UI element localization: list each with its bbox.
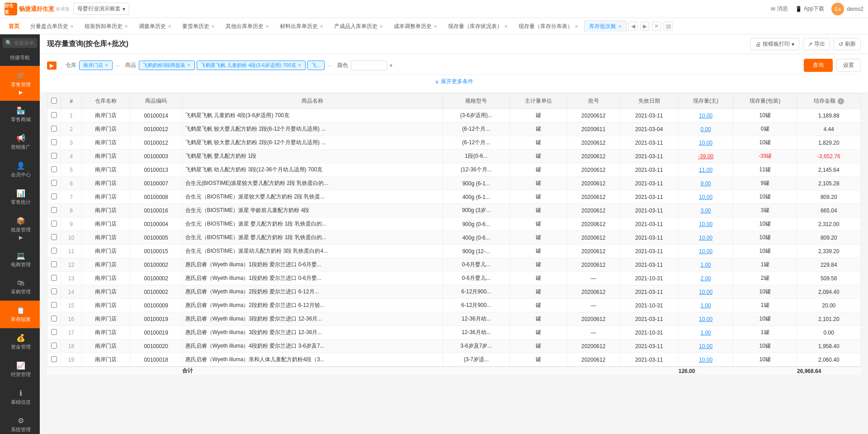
row-checkbox[interactable] — [51, 180, 57, 186]
row-qty[interactable]: 9.00 — [679, 177, 733, 190]
warehouse-more[interactable]: ··· — [115, 62, 120, 69]
row-checkbox-cell[interactable] — [47, 123, 61, 136]
sidebar-item-retail-mall[interactable]: 🏪 零售商城 — [0, 101, 40, 128]
row-qty[interactable]: 10.00 — [679, 109, 733, 123]
export-btn[interactable]: ↗ 导出 — [803, 38, 830, 50]
tab-diaobodanji[interactable]: 调拨单历史 ✕ — [134, 20, 176, 32]
search-wrap[interactable]: 🔍 — [3, 38, 37, 48]
row-qty[interactable]: 10.00 — [679, 353, 733, 367]
close-icon[interactable]: ✕ — [618, 24, 622, 29]
row-checkbox[interactable] — [51, 288, 57, 294]
tab-zuzhangchaijian[interactable]: 组装拆卸单历史 ✕ — [80, 20, 133, 32]
row-checkbox[interactable] — [51, 329, 57, 335]
message-btn[interactable]: ✉ 消息 — [771, 5, 788, 13]
product-tag-1-del[interactable]: ✕ — [187, 62, 191, 68]
warehouse-tag-del[interactable]: ✕ — [104, 62, 108, 68]
row-checkbox-cell[interactable] — [47, 163, 61, 177]
close-icon[interactable]: ✕ — [168, 24, 171, 29]
row-checkbox-cell[interactable] — [47, 353, 61, 367]
row-checkbox-cell[interactable] — [47, 204, 61, 217]
sidebar-item-finance[interactable]: 💰 资金管理 — [0, 328, 40, 356]
row-qty[interactable]: 10.00 — [679, 285, 733, 299]
sidebar-item-retail-stats[interactable]: 📊 零售统计 — [0, 184, 40, 211]
row-checkbox[interactable] — [51, 112, 57, 118]
expand-filter-btn[interactable]: ▶ — [47, 61, 57, 70]
product-tag-3[interactable]: 飞... — [307, 61, 325, 70]
close-icon[interactable]: ✕ — [124, 24, 128, 29]
close-icon[interactable]: ✕ — [70, 24, 74, 29]
color-input[interactable] — [351, 61, 387, 71]
close-icon[interactable]: ✕ — [504, 24, 508, 29]
row-qty[interactable]: 0.00 — [679, 123, 733, 136]
row-checkbox-cell[interactable] — [47, 245, 61, 258]
tab-xiancunliang1[interactable]: 现存量（库存状况表） ✕ — [443, 20, 513, 32]
row-checkbox-cell[interactable] — [47, 299, 61, 312]
row-checkbox-cell[interactable] — [47, 326, 61, 340]
account-selector[interactable]: 母婴行业演示账套 ▾ — [73, 3, 129, 15]
row-qty[interactable]: 10.00 — [679, 217, 733, 231]
row-checkbox[interactable] — [51, 153, 57, 159]
row-qty[interactable]: 10.00 — [679, 136, 733, 150]
close-icon[interactable]: ✕ — [434, 24, 437, 29]
row-checkbox-cell[interactable] — [47, 217, 61, 231]
sidebar-item-business[interactable]: 📈 经营管理 — [0, 356, 40, 383]
tab-home[interactable]: 首页 — [4, 20, 24, 32]
row-checkbox-cell[interactable] — [47, 109, 61, 123]
product-tag-2[interactable]: 飞鹤星飞帆 儿童奶粉 4段(3-6岁适用) 700克 ✕ — [197, 61, 306, 70]
sidebar-item-wholesale[interactable]: 📦 批发管理 ▶ — [0, 211, 40, 246]
close-icon[interactable]: ✕ — [379, 24, 383, 29]
search-input[interactable] — [14, 40, 41, 46]
sidebar-item-retail-mgmt[interactable]: 🛒 零售管理 ▶ — [0, 66, 40, 101]
nav-prev-arrow[interactable]: ◀ — [628, 22, 637, 31]
sidebar-item-marketing[interactable]: 📢 营销推广 — [0, 128, 40, 156]
row-checkbox[interactable] — [51, 234, 57, 240]
row-qty[interactable]: 11.00 — [679, 163, 733, 177]
row-checkbox[interactable] — [51, 166, 57, 172]
row-checkbox[interactable] — [51, 316, 57, 321]
row-qty[interactable]: 1.00 — [679, 258, 733, 272]
user-area[interactable]: Ea demo2 — [831, 3, 863, 15]
tab-qitachuku[interactable]: 其他出库单历史 ✕ — [221, 20, 274, 32]
row-checkbox-cell[interactable] — [47, 177, 61, 190]
tab-fenliangpandian[interactable]: 分量盘点单历史 ✕ — [25, 20, 79, 32]
row-checkbox[interactable] — [51, 275, 57, 281]
sidebar-item-member[interactable]: 👤 会员中心 — [0, 156, 40, 184]
tab-chanchengruku[interactable]: 产成品入库单历史 ✕ — [329, 20, 388, 32]
sidebar-item-ecommerce[interactable]: 💻 电商管理 — [0, 246, 40, 274]
row-qty[interactable]: 10.00 — [679, 340, 733, 353]
warehouse-tag[interactable]: 南岸门店 ✕ — [79, 61, 113, 70]
expand-more-btn[interactable]: ∨ 展开更多条件 — [47, 75, 861, 88]
quick-nav[interactable]: 快捷导航 — [0, 52, 40, 66]
row-checkbox-cell[interactable] — [47, 285, 61, 299]
row-checkbox-cell[interactable] — [47, 190, 61, 204]
row-checkbox[interactable] — [51, 126, 57, 132]
product-more[interactable]: ··· — [327, 62, 332, 69]
row-checkbox[interactable] — [51, 302, 57, 308]
row-checkbox[interactable] — [51, 343, 57, 349]
nav-close-all[interactable]: ✕ — [652, 22, 661, 31]
tab-kucunpicicipici[interactable]: 库存批次账 ✕ — [584, 20, 627, 32]
color-dropdown-icon[interactable]: ▾ — [390, 62, 392, 69]
row-checkbox[interactable] — [51, 356, 57, 362]
row-checkbox-cell[interactable] — [47, 150, 61, 163]
setting-btn[interactable]: 设置 — [836, 59, 861, 72]
nav-next-arrow[interactable]: ▶ — [640, 22, 649, 31]
row-checkbox[interactable] — [51, 207, 57, 213]
row-qty[interactable]: 1.00 — [679, 326, 733, 340]
row-qty[interactable]: -39.00 — [679, 150, 733, 163]
row-qty[interactable]: 10.00 — [679, 190, 733, 204]
sidebar-item-sys-mgmt[interactable]: ⚙ 系统管理 — [0, 411, 40, 434]
row-qty[interactable]: 2.00 — [679, 272, 733, 285]
query-btn[interactable]: 查询 — [804, 59, 833, 72]
product-tag-2-del[interactable]: ✕ — [297, 62, 302, 68]
row-checkbox-cell[interactable] — [47, 312, 61, 326]
sidebar-item-inventory[interactable]: 📋 库存核算 — [0, 301, 40, 328]
template-print-btn[interactable]: 🖨 按模板打印 ▾ — [750, 38, 799, 50]
close-icon[interactable]: ✕ — [320, 24, 323, 29]
row-checkbox[interactable] — [51, 193, 57, 199]
row-checkbox-cell[interactable] — [47, 340, 61, 353]
row-checkbox[interactable] — [51, 139, 57, 145]
row-qty[interactable]: 10.00 — [679, 312, 733, 326]
row-checkbox[interactable] — [51, 221, 57, 226]
close-icon[interactable]: ✕ — [211, 24, 215, 29]
